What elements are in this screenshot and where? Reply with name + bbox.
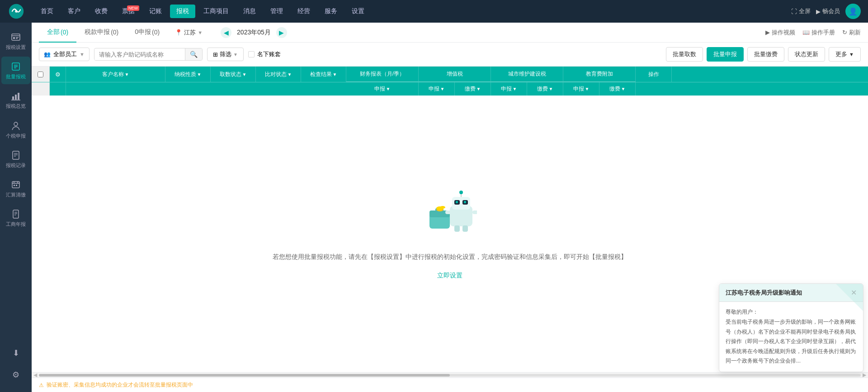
member-icon: ▶ — [816, 8, 821, 15]
warning-icon: ⚠ — [39, 382, 44, 388]
filter-icon[interactable]: ▼ — [197, 72, 202, 77]
personal-tax-icon — [10, 120, 21, 131]
filter-icon[interactable]: ▼ — [513, 86, 517, 91]
member-button[interactable]: ▶ 畅会员 — [816, 7, 840, 15]
filter-button[interactable]: ⊞ 筛选 ▼ — [207, 48, 244, 61]
bottom-bar: ⚠ 验证账密、采集信息均成功的企业才会流转至批量报税页面中 — [32, 378, 868, 392]
filter-icon[interactable]: ▼ — [585, 86, 590, 91]
filter-icon[interactable]: ▼ — [549, 86, 553, 91]
nav-operations[interactable]: 经营 — [291, 5, 316, 18]
sidebar-item-annual-settlement[interactable]: 汇算清缴 — [1, 175, 30, 202]
user-avatar[interactable]: 👤 — [845, 4, 861, 19]
checkbox-icon[interactable] — [248, 51, 255, 57]
sub-th-vat-pay: 缴费 ▼ — [455, 82, 491, 96]
svg-rect-25 — [16, 185, 17, 186]
select-all-checkbox[interactable] — [38, 72, 43, 77]
tab-zero-declare[interactable]: 0申报(0) — [127, 23, 168, 43]
nav-customer[interactable]: 客户 — [61, 5, 87, 18]
nav-management[interactable]: 管理 — [264, 5, 289, 18]
svg-rect-45 — [472, 210, 477, 214]
chevron-down-icon: ▼ — [849, 52, 854, 57]
setup-link[interactable]: 立即设置 — [437, 272, 462, 280]
main-layout: 报税设置 批量报税 报税总览 — [0, 23, 868, 392]
search-button[interactable]: 🔍 — [185, 48, 202, 60]
svg-rect-16 — [13, 151, 19, 159]
sidebar-item-tax-records[interactable]: 报税记录 — [1, 145, 30, 173]
sub-th-spacer2 — [50, 82, 66, 96]
tax-settings-icon — [10, 32, 21, 43]
more-button[interactable]: 更多 ▼ — [829, 47, 861, 62]
sidebar-label-tax-overview: 报税总览 — [6, 103, 26, 109]
th-tax-type: 纳税性质 ▼ — [165, 67, 211, 82]
sidebar-item-tax-settings[interactable]: 报税设置 — [1, 27, 30, 55]
svg-rect-47 — [462, 225, 468, 232]
nav-home[interactable]: 首页 — [34, 5, 60, 18]
prev-month-button[interactable]: ◀ — [221, 27, 231, 38]
sub-th-spacer3 — [66, 82, 165, 96]
nav-fees[interactable]: 收费 — [89, 5, 114, 18]
batch-declare-button[interactable]: 批量申报 — [707, 47, 744, 62]
filter-icon[interactable]: ▼ — [333, 72, 337, 77]
sidebar-download[interactable]: ⬇ — [1, 343, 30, 363]
region-selector[interactable]: 📍 江苏 ▼ — [175, 29, 203, 37]
refresh-icon: ↻ — [842, 29, 847, 36]
date-display: 2023年05月 — [237, 29, 271, 37]
nav-bookkeeping[interactable]: 记账 — [143, 5, 168, 18]
filter-icon[interactable]: ▼ — [125, 72, 129, 77]
sub-th-edu-pay: 缴费 ▼ — [599, 82, 636, 96]
filter-icon[interactable]: ▼ — [476, 86, 481, 91]
th-gear[interactable]: ⚙ — [50, 67, 66, 82]
download-icon: ⬇ — [10, 348, 21, 359]
nav-service[interactable]: 服务 — [318, 5, 344, 18]
config-icon: ⚙ — [10, 369, 21, 380]
sidebar-item-personal-tax[interactable]: 个税申报 — [1, 116, 30, 143]
operation-manual-btn[interactable]: 📖 操作手册 — [802, 29, 835, 37]
filter-icon[interactable]: ▼ — [440, 86, 445, 91]
nav-settings[interactable]: 设置 — [345, 5, 371, 18]
status-update-button[interactable]: 状态更新 — [788, 47, 825, 62]
sidebar-label-tax-settings: 报税设置 — [6, 44, 26, 50]
horizontal-scrollbar[interactable]: ◀ ▶ — [32, 372, 868, 378]
sidebar-bottom: ⬇ ⚙ — [0, 343, 32, 392]
top-navigation: 首页 客户 收费 票据 NEW 记账 报税 工商项目 消息 管理 经营 服务 设… — [0, 0, 868, 23]
sidebar-item-annual-report[interactable]: 工商年报 — [1, 204, 30, 232]
refresh-button[interactable]: ↻ 刷新 — [842, 29, 861, 37]
sidebar-item-batch-tax[interactable]: 批量报税 — [1, 57, 30, 84]
chevron-down-icon: ▼ — [198, 30, 203, 35]
tab-tax-declare[interactable]: 税款申报(0) — [76, 23, 127, 43]
filter-icon[interactable]: ▼ — [621, 86, 626, 91]
search-input[interactable] — [94, 49, 185, 60]
svg-rect-12 — [15, 95, 17, 100]
sidebar-item-tax-overview[interactable]: 报税总览 — [1, 86, 30, 114]
sub-th-ops — [636, 82, 672, 96]
filter-icon[interactable]: ▼ — [386, 86, 391, 91]
account-checkbox-label[interactable]: 名下账套 — [248, 50, 281, 58]
th-operations: 操作 — [636, 67, 672, 82]
svg-rect-5 — [16, 37, 19, 38]
svg-rect-40 — [456, 201, 458, 203]
robot-image — [423, 188, 477, 242]
batch-fetch-button[interactable]: 批量取数 — [666, 47, 703, 62]
app-logo[interactable] — [7, 2, 25, 20]
nav-business[interactable]: 工商项目 — [197, 5, 235, 18]
tax-records-icon — [10, 150, 21, 161]
filter-icon[interactable]: ▼ — [288, 72, 292, 77]
sub-th-spacer4 — [165, 82, 211, 96]
tab-bar: 全部(0) 税款申报(0) 0申报(0) 📍 江苏 ▼ ◀ 2023年05月 ▶ — [32, 23, 868, 43]
region-icon: 📍 — [175, 29, 182, 36]
nav-invoice[interactable]: 票据 NEW — [116, 5, 141, 18]
sub-th-vat-declare: 申报 ▼ — [419, 82, 455, 96]
next-month-button[interactable]: ▶ — [276, 27, 287, 38]
svg-rect-11 — [12, 96, 14, 100]
fullscreen-button[interactable]: ⛶ 全屏 — [791, 7, 811, 15]
employee-select[interactable]: 👥 全部员工 ▼ — [39, 48, 90, 61]
toolbar: 👥 全部员工 ▼ 🔍 ⊞ 筛选 ▼ 名下账套 批 — [32, 43, 868, 67]
operation-video-btn[interactable]: ▶ 操作视频 — [765, 29, 795, 37]
sub-th-spacer7 — [301, 82, 346, 96]
sidebar-config[interactable]: ⚙ — [1, 365, 30, 385]
nav-tax[interactable]: 报税 — [170, 5, 195, 18]
filter-icon[interactable]: ▼ — [242, 72, 247, 77]
batch-pay-button[interactable]: 批量缴费 — [747, 47, 784, 62]
nav-messages[interactable]: 消息 — [237, 5, 262, 18]
tab-all[interactable]: 全部(0) — [39, 23, 76, 43]
